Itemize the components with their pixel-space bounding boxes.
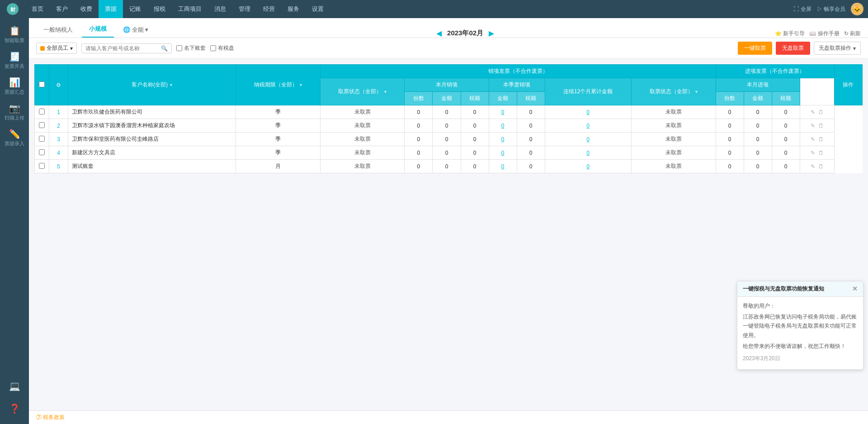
customer-search-input[interactable] <box>85 45 159 52</box>
nav-right-controls: ⛶ 全屏 ▷ 畅享会员 🐱 <box>793 3 863 15</box>
search-icon[interactable]: 🔍 <box>161 45 168 52</box>
settings-icon[interactable]: ⚙ <box>56 82 61 88</box>
sidebar-item-3[interactable]: 📷扫描上传 <box>2 99 27 125</box>
one-click-ticket-btn[interactable]: 一键取票 <box>738 42 772 55</box>
row-checkbox[interactable] <box>39 122 45 128</box>
p-month-amount-col: 金额 <box>744 92 772 105</box>
new-guide-btn[interactable]: ⭐ 新手引导 <box>775 30 805 38</box>
customer-name-cell: 测试账套 <box>68 160 236 173</box>
s-month-amount-cell: 0 <box>433 119 461 133</box>
s-month-count-col: 份数 <box>405 92 433 105</box>
view-icon[interactable]: 🗒 <box>818 136 824 143</box>
has-tax-disk-checkbox[interactable] <box>210 45 216 51</box>
view-icon[interactable]: 🗒 <box>818 109 824 115</box>
nav-item-票据[interactable]: 票据 <box>99 0 123 18</box>
nav-item-设置[interactable]: 设置 <box>306 0 330 18</box>
tab-item-1[interactable]: 小规模 <box>82 21 114 38</box>
customer-name-cell: 卫辉市玖玖健合医药有限公司 <box>68 105 236 119</box>
nav-item-首页[interactable]: 首页 <box>25 0 50 18</box>
filter-icon[interactable]: ▾ <box>384 89 387 94</box>
member-btn[interactable]: ▷ 畅享会员 <box>817 5 845 13</box>
sidebar-item-2[interactable]: 📊票据汇总 <box>2 73 27 99</box>
p-month-tax-cell: 0 <box>772 133 800 146</box>
no-disk-ops-btn[interactable]: 无盘取票操作 ▾ <box>814 42 861 55</box>
select-all-checkbox[interactable] <box>39 81 45 87</box>
sidebar-bottom: 💻 ❓ <box>2 377 27 424</box>
row-checkbox-cell <box>35 160 49 173</box>
tab-item-0[interactable]: 一般纳税人 <box>36 22 80 38</box>
row-checkbox[interactable] <box>39 163 45 169</box>
s-month-amount-cell: 0 <box>433 133 461 146</box>
row-checkbox[interactable] <box>39 136 45 142</box>
play-icon: ▷ <box>817 6 822 12</box>
date-next-btn[interactable]: ▶ <box>489 29 494 38</box>
s-month-tax-cell: 0 <box>461 133 489 146</box>
view-icon[interactable]: 🗒 <box>818 150 824 156</box>
nav-item-收费[interactable]: 收费 <box>74 0 99 18</box>
p-month-count-col: 份数 <box>716 92 744 105</box>
customer-search-box: 🔍 <box>81 43 172 53</box>
date-prev-btn[interactable]: ◀ <box>436 29 442 38</box>
s-quarter-amount-cell: 0 <box>489 133 517 146</box>
p-month-tax-cell: 0 <box>772 119 800 133</box>
sidebar-item-1[interactable]: 🧾发票开具 <box>2 48 27 73</box>
edit-icon[interactable]: ✎ <box>811 123 815 129</box>
row-checkbox[interactable] <box>39 149 45 155</box>
filter-action-buttons: 一键取票 无盘取票 无盘取票操作 ▾ <box>738 42 861 55</box>
manual-btn[interactable]: 📖 操作手册 <box>809 30 839 38</box>
view-icon[interactable]: 🗒 <box>818 163 824 170</box>
row-num-cell: 5 <box>49 160 68 173</box>
fullscreen-btn[interactable]: ⛶ 全屏 <box>793 5 811 13</box>
sales-status-cell: 未取票 <box>320 119 405 133</box>
dropdown-arrow-icon: ▾ <box>853 45 856 52</box>
nav-item-客户[interactable]: 客户 <box>50 0 74 18</box>
p-month-count-cell: 0 <box>716 146 744 160</box>
p-month-tax-cell: 0 <box>772 105 800 119</box>
s-quarter-tax-cell: 0 <box>517 133 545 146</box>
edit-icon[interactable]: ✎ <box>811 136 815 143</box>
s-quarter-amount-cell: 0 <box>489 105 517 119</box>
sidebar-item-help[interactable]: ❓ <box>2 400 27 419</box>
sidebar-item-computer[interactable]: 💻 <box>2 377 27 396</box>
refresh-btn[interactable]: ↻ 刷新 <box>844 30 861 38</box>
nav-item-报税[interactable]: 报税 <box>147 0 172 18</box>
action-cell: ✎ 🗒 <box>800 133 834 146</box>
no-disk-ticket-btn[interactable]: 无盘取票 <box>776 42 810 55</box>
date-display: 2023年02月 <box>447 29 483 38</box>
nav-item-记账[interactable]: 记账 <box>123 0 147 18</box>
sales-status-cell: 未取票 <box>320 160 405 173</box>
row-checkbox[interactable] <box>39 109 45 114</box>
has-tax-disk-checkbox-label[interactable]: 有税盘 <box>210 44 234 52</box>
nav-menu: 首页客户收费票据记账报税工商项目消息管理经营服务设置 <box>25 0 793 18</box>
edit-icon[interactable]: ✎ <box>811 109 815 115</box>
filter-icon[interactable]: ▾ <box>170 82 172 87</box>
nav-item-工商项目[interactable]: 工商项目 <box>172 0 208 18</box>
filter-icon[interactable]: ▾ <box>695 89 698 94</box>
view-icon[interactable]: 🗒 <box>818 123 824 129</box>
named-account-checkbox-label[interactable]: 名下账套 <box>176 44 206 52</box>
nav-item-管理[interactable]: 管理 <box>232 0 257 18</box>
edit-icon[interactable]: ✎ <box>811 163 815 170</box>
named-account-checkbox[interactable] <box>176 45 182 51</box>
nav-item-经营[interactable]: 经营 <box>257 0 281 18</box>
notification-header: 一键报税与无盘取票功能恢复通知 ✕ <box>737 281 863 297</box>
purchase-status-cell: 未取票 <box>631 160 716 173</box>
app-logo: 财 <box>5 1 21 17</box>
sidebar-item-0[interactable]: 📋智能取票 <box>2 22 27 48</box>
row-num-cell: 4 <box>49 146 68 160</box>
employee-filter-dropdown[interactable]: 全部员工 ▾ <box>36 43 77 54</box>
user-avatar[interactable]: 🐱 <box>851 3 863 15</box>
filter-icon[interactable]: ▾ <box>300 82 302 87</box>
edit-icon[interactable]: ✎ <box>811 150 815 156</box>
tab-item-2[interactable]: 🌐 全能 ▾ <box>116 22 156 38</box>
nav-item-消息[interactable]: 消息 <box>208 0 232 18</box>
tax-policy-link[interactable]: ⑦ 税务政策 <box>36 414 65 421</box>
notification-close-btn[interactable]: ✕ <box>852 285 858 292</box>
sidebar-item-4[interactable]: ✏️票据录入 <box>2 125 27 151</box>
action-cell: ✎ 🗒 <box>800 119 834 133</box>
purchase-status-cell: 未取票 <box>631 119 716 133</box>
s-quarter-tax-cell: 0 <box>517 119 545 133</box>
p-month-count-cell: 0 <box>716 105 744 119</box>
nav-item-服务[interactable]: 服务 <box>281 0 306 18</box>
s-month-tax-cell: 0 <box>461 119 489 133</box>
